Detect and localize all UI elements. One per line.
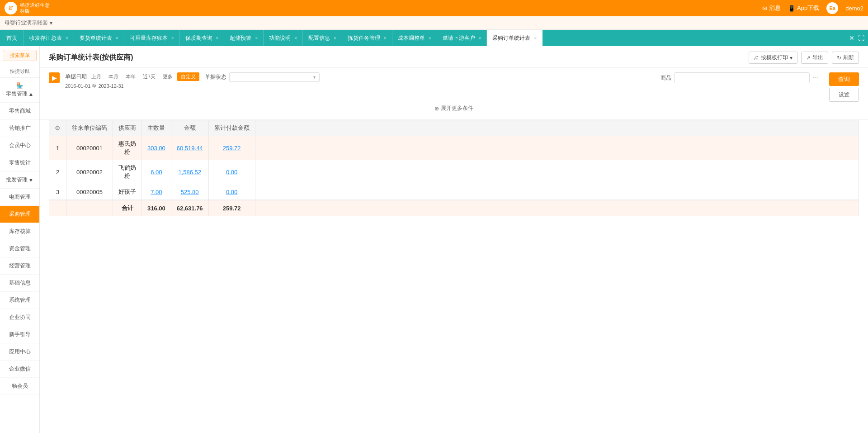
sidebar-item-finance[interactable]: 资金管理 <box>0 240 39 257</box>
table-footer-row: 合计 316.00 62,631.76 259.72 <box>49 200 859 216</box>
date-range-display: 2016-01-01 至 2023-12-31 <box>65 83 199 90</box>
tab-baozhi[interactable]: 保质期查询 × <box>180 30 225 46</box>
messages-btn[interactable]: ✉ 消息 <box>762 4 781 12</box>
th-qty: 主数量 <box>142 120 171 136</box>
sidebar-item-app-center[interactable]: 应用中心 <box>0 343 39 361</box>
search-menu-btn[interactable]: 搜索菜单 <box>3 50 37 61</box>
shortcut-last-month[interactable]: 上月 <box>89 72 104 81</box>
sidebar-item-inventory[interactable]: 库存核算 <box>0 223 39 240</box>
close-icon[interactable]: × <box>294 36 297 41</box>
sidebar-item-wholesale[interactable]: 批发管理 ▼ <box>0 171 39 189</box>
close-icon[interactable]: × <box>66 36 68 41</box>
settings-button[interactable]: 设置 <box>829 88 859 102</box>
close-icon[interactable]: × <box>334 36 336 41</box>
row-paid: 0.00 <box>208 160 255 184</box>
username-label[interactable]: demo2 <box>845 5 863 12</box>
top-bar: 好 畅捷通好生意 标版 ✉ 消息 📱 App下载 Ea demo2 <box>0 0 868 16</box>
tab-jianhuo[interactable]: 拣货任务管理 × <box>342 30 392 46</box>
app-download-btn[interactable]: 📱 App下载 <box>788 4 819 12</box>
footer-qty: 316.00 <box>142 200 171 216</box>
nav-tabs-right: ✕ ⛶ <box>849 34 868 42</box>
th-code: 往来单位编码 <box>66 120 113 136</box>
close-icon[interactable]: × <box>255 36 258 41</box>
footer-paid: 259.72 <box>208 200 255 216</box>
sidebar-item-ecommerce[interactable]: 电商管理 <box>0 189 39 206</box>
footer-amount: 62,631.76 <box>171 200 208 216</box>
sidebar: 搜索菜单 快捷导航 🏪 零售管理 ▲ 零售商城 营销推广 会员中心 零售统计 批… <box>0 46 40 433</box>
close-icon[interactable]: × <box>534 36 537 41</box>
row-amount: 525.80 <box>171 184 208 200</box>
custom-badge[interactable]: 自定义 <box>177 72 199 81</box>
download-icon: 📱 <box>788 5 795 12</box>
data-table: ⚙ 往来单位编码 供应商 主数量 金额 累计付款金额 1 000200 <box>49 120 859 216</box>
chevron-down-icon: ▾ <box>50 20 52 26</box>
tab-peizhi[interactable]: 配置信息 × <box>303 30 342 46</box>
tab-shoufacun[interactable]: 收发存汇总表 × <box>24 30 74 46</box>
close-icon[interactable]: × <box>384 36 387 41</box>
sidebar-item-retail-mall[interactable]: 零售商城 <box>0 103 39 120</box>
row-code: 00020001 <box>66 136 113 160</box>
workspace-selector[interactable]: 母婴行业演示账套 ▾ <box>5 19 52 27</box>
tab-yaoqing[interactable]: 邀请下游客户 × <box>437 30 487 46</box>
tab-chaochu[interactable]: 超储预警 × <box>224 30 264 46</box>
more-options-icon[interactable]: ··· <box>812 74 818 82</box>
sidebar-item-member2[interactable]: 畅会员 <box>0 378 39 395</box>
query-button[interactable]: 查询 <box>829 72 859 86</box>
page-title: 采购订单统计表(按供应商) <box>49 53 133 62</box>
print-button[interactable]: 🖨 按模板打印 ▾ <box>749 52 797 64</box>
sidebar-item-marketing[interactable]: 营销推广 <box>0 120 39 137</box>
sidebar-item-enterprise[interactable]: 企业协同 <box>0 309 39 326</box>
goods-label: 商品 <box>660 74 671 82</box>
shortcut-7days[interactable]: 近7天 <box>140 72 158 81</box>
dropdown-arrow-icon: ▾ <box>790 55 793 61</box>
shortcut-this-year[interactable]: 本年 <box>123 72 138 81</box>
page-header: 采购订单统计表(按供应商) 🖨 按模板打印 ▾ ↗ 导出 ↻ 刷新 <box>40 46 868 68</box>
tab-kuyongliang[interactable]: 可用量库存账本 × <box>124 30 180 46</box>
row-qty: 7.00 <box>142 184 171 200</box>
row-index: 1 <box>49 136 66 160</box>
sidebar-item-purchase[interactable]: 采购管理 <box>0 206 39 223</box>
status-select[interactable]: ▾ <box>229 72 320 82</box>
maximize-icon[interactable]: ⛶ <box>858 34 864 42</box>
table-area: ⚙ 往来单位编码 供应商 主数量 金额 累计付款金额 1 000200 <box>40 120 868 433</box>
quick-nav-btn[interactable]: 快捷导航 <box>0 65 39 78</box>
close-icon[interactable]: × <box>116 36 118 41</box>
close-icon[interactable]: × <box>171 36 174 41</box>
close-icon[interactable]: × <box>216 36 219 41</box>
close-icon[interactable]: × <box>429 36 431 41</box>
table-row: 3 00020005 好孩子 7.00 525.80 0.00 <box>49 184 859 200</box>
sidebar-item-operations[interactable]: 经营管理 <box>0 257 39 275</box>
message-icon: ✉ <box>762 5 767 12</box>
sidebar-item-retail-stats[interactable]: 零售统计 <box>0 154 39 171</box>
export-button[interactable]: ↗ 导出 <box>801 52 828 64</box>
user-avatar[interactable]: Ea <box>826 2 838 14</box>
filter-toggle-btn[interactable]: ▶ <box>49 72 60 83</box>
main-layout: 搜索菜单 快捷导航 🏪 零售管理 ▲ 零售商城 营销推广 会员中心 零售统计 批… <box>0 46 868 433</box>
refresh-button[interactable]: ↻ 刷新 <box>832 52 859 64</box>
th-extra <box>255 120 859 136</box>
tab-yaohuo[interactable]: 要货单统计表 × <box>74 30 124 46</box>
print-icon: 🖨 <box>754 55 759 61</box>
tab-gongneng[interactable]: 功能说明 × <box>264 30 303 46</box>
sidebar-item-system[interactable]: 系统管理 <box>0 292 39 309</box>
gear-icon[interactable]: ⚙ <box>55 124 61 132</box>
shortcut-this-month[interactable]: 本月 <box>106 72 121 81</box>
expand-icon: ⊕ <box>434 105 439 112</box>
tab-home[interactable]: 首页 <box>0 30 24 46</box>
store-icon: 🏪 <box>16 82 23 89</box>
shortcut-more[interactable]: 更多 <box>160 72 175 81</box>
dropdown-arrow-icon: ▾ <box>313 75 316 80</box>
sidebar-item-member[interactable]: 会员中心 <box>0 137 39 154</box>
sidebar-item-basic-info[interactable]: 基础信息 <box>0 275 39 292</box>
sidebar-item-retail-mgmt[interactable]: 🏪 零售管理 ▲ <box>0 78 39 103</box>
close-window-icon[interactable]: ✕ <box>849 34 854 42</box>
expand-more-btn[interactable]: ⊕ 展开更多条件 <box>49 102 859 115</box>
goods-input[interactable] <box>674 72 810 83</box>
tab-chengben[interactable]: 成本调整单 × <box>392 30 437 46</box>
sidebar-item-wechat[interactable]: 企业微信 <box>0 361 39 378</box>
sidebar-item-newbie[interactable]: 新手引导 <box>0 326 39 343</box>
workspace-bar: 母婴行业演示账套 ▾ <box>0 16 868 30</box>
row-qty: 303.00 <box>142 136 171 160</box>
close-icon[interactable]: × <box>479 36 481 41</box>
tab-caigou-active[interactable]: 采购订单统计表 × <box>487 30 542 46</box>
